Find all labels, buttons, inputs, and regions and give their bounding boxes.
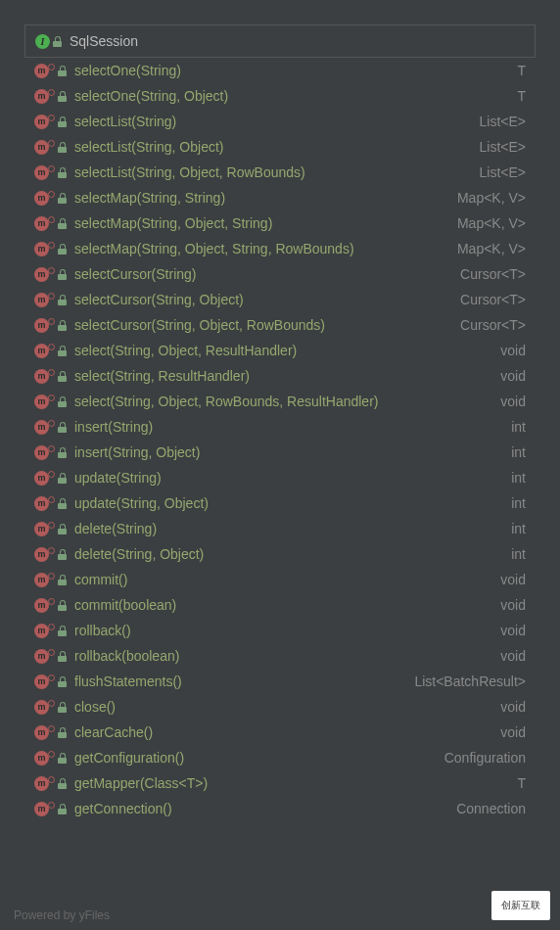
method-name: selectMap(String, String) xyxy=(74,190,225,206)
method-row[interactable]: mselectCursor(String, Object)Cursor<T> xyxy=(24,287,536,312)
method-row[interactable]: mgetConnection()Connection xyxy=(24,796,536,821)
abstract-badge-icon xyxy=(48,700,55,707)
method-icons: m xyxy=(34,547,67,562)
method-icons: m xyxy=(34,598,67,613)
method-name: delete(String) xyxy=(74,521,157,536)
method-row[interactable]: mflushStatements()List<BatchResult> xyxy=(24,669,536,694)
method-row[interactable]: mselect(String, ResultHandler)void xyxy=(24,363,536,389)
method-left: mselectOne(String) xyxy=(34,63,181,78)
watermark-logo: 创新互联 xyxy=(491,891,550,920)
method-left: mgetConfiguration() xyxy=(34,750,184,766)
method-name: flushStatements() xyxy=(74,674,182,689)
method-icon: m xyxy=(34,216,49,231)
method-row[interactable]: mselectCursor(String)Cursor<T> xyxy=(24,261,536,287)
class-header[interactable]: I SqlSession xyxy=(24,24,536,58)
method-icon: m xyxy=(34,344,49,358)
method-name: insert(String) xyxy=(74,419,153,435)
return-type: T xyxy=(517,63,526,78)
method-icons: m xyxy=(34,242,67,256)
method-icons: m xyxy=(34,700,67,715)
method-icons: m xyxy=(34,267,67,282)
return-type: int xyxy=(511,444,526,460)
abstract-badge-icon xyxy=(48,802,55,809)
method-icon: m xyxy=(34,369,49,384)
method-row[interactable]: mselectOne(String)T xyxy=(24,58,536,83)
abstract-badge-icon xyxy=(48,649,55,656)
method-icon: m xyxy=(34,89,49,104)
lock-icon xyxy=(58,702,67,713)
lock-icon xyxy=(58,575,67,585)
abstract-badge-icon xyxy=(48,216,55,223)
method-row[interactable]: mselectMap(String, String)Map<K, V> xyxy=(24,185,536,210)
method-row[interactable]: mupdate(String)int xyxy=(24,465,536,490)
method-row[interactable]: mselectList(String, Object, RowBounds)Li… xyxy=(24,160,536,185)
abstract-badge-icon xyxy=(48,165,55,172)
lock-icon xyxy=(58,676,67,687)
method-icons: m xyxy=(34,89,67,104)
method-row[interactable]: mclose()void xyxy=(24,694,536,720)
method-icons: m xyxy=(34,115,67,129)
lock-icon xyxy=(58,651,67,662)
return-type: void xyxy=(500,648,526,664)
method-icon: m xyxy=(34,573,49,587)
abstract-badge-icon xyxy=(48,725,55,732)
method-left: mgetConnection() xyxy=(34,801,172,816)
lock-icon xyxy=(58,600,67,611)
method-row[interactable]: mupdate(String, Object)int xyxy=(24,490,536,516)
lock-icon xyxy=(58,371,67,382)
method-row[interactable]: minsert(String)int xyxy=(24,414,536,440)
abstract-badge-icon xyxy=(48,395,55,401)
lock-icon xyxy=(58,753,67,764)
abstract-badge-icon xyxy=(48,445,55,452)
method-row[interactable]: mgetMapper(Class<T>)T xyxy=(24,770,536,796)
method-row[interactable]: minsert(String, Object)int xyxy=(24,440,536,465)
method-row[interactable]: mdelete(String, Object)int xyxy=(24,541,536,567)
method-row[interactable]: mselectOne(String, Object)T xyxy=(24,83,536,109)
method-icon: m xyxy=(34,496,49,511)
method-icons: m xyxy=(34,751,67,766)
lock-icon xyxy=(58,218,67,229)
method-name: clearCache() xyxy=(74,724,153,740)
method-left: mrollback(boolean) xyxy=(34,648,179,664)
method-row[interactable]: mselect(String, Object, ResultHandler)vo… xyxy=(24,338,536,363)
method-icon: m xyxy=(34,445,49,460)
method-name: selectMap(String, Object, String) xyxy=(74,215,272,231)
method-row[interactable]: mdelete(String)int xyxy=(24,516,536,541)
method-row[interactable]: mselectMap(String, Object, String)Map<K,… xyxy=(24,210,536,236)
abstract-badge-icon xyxy=(48,344,55,350)
method-left: mcommit(boolean) xyxy=(34,597,176,613)
return-type: void xyxy=(500,597,526,613)
return-type: Cursor<T> xyxy=(460,317,526,333)
method-row[interactable]: mrollback(boolean)void xyxy=(24,643,536,669)
class-diagram-panel: I SqlSession mselectOne(String)TmselectO… xyxy=(0,24,560,821)
return-type: void xyxy=(500,368,526,384)
header-icons: I xyxy=(35,34,62,49)
method-row[interactable]: mcommit(boolean)void xyxy=(24,592,536,618)
method-icon: m xyxy=(34,649,49,664)
method-row[interactable]: mselectCursor(String, Object, RowBounds)… xyxy=(24,312,536,338)
method-icons: m xyxy=(34,802,67,816)
method-row[interactable]: mselectList(String)List<E> xyxy=(24,109,536,134)
method-row[interactable]: mclearCache()void xyxy=(24,720,536,745)
method-icon: m xyxy=(34,674,49,689)
method-name: selectOne(String) xyxy=(74,63,181,78)
method-icons: m xyxy=(34,395,67,409)
method-row[interactable]: mgetConfiguration()Configuration xyxy=(24,745,536,770)
abstract-badge-icon xyxy=(48,115,55,121)
method-row[interactable]: mselectMap(String, Object, String, RowBo… xyxy=(24,236,536,261)
method-row[interactable]: mselect(String, Object, RowBounds, Resul… xyxy=(24,389,536,414)
method-icons: m xyxy=(34,140,67,155)
method-row[interactable]: mrollback()void xyxy=(24,618,536,643)
method-icons: m xyxy=(34,344,67,358)
return-type: void xyxy=(500,394,526,409)
method-icon: m xyxy=(34,598,49,613)
return-type: Connection xyxy=(456,801,526,816)
method-left: mselectCursor(String) xyxy=(34,266,196,282)
method-row[interactable]: mselectList(String, Object)List<E> xyxy=(24,134,536,160)
method-row[interactable]: mcommit()void xyxy=(24,567,536,592)
method-icon: m xyxy=(34,191,49,206)
method-icons: m xyxy=(34,445,67,460)
return-type: Configuration xyxy=(444,750,526,766)
method-left: mselectMap(String, String) xyxy=(34,190,225,206)
lock-icon xyxy=(58,167,67,178)
